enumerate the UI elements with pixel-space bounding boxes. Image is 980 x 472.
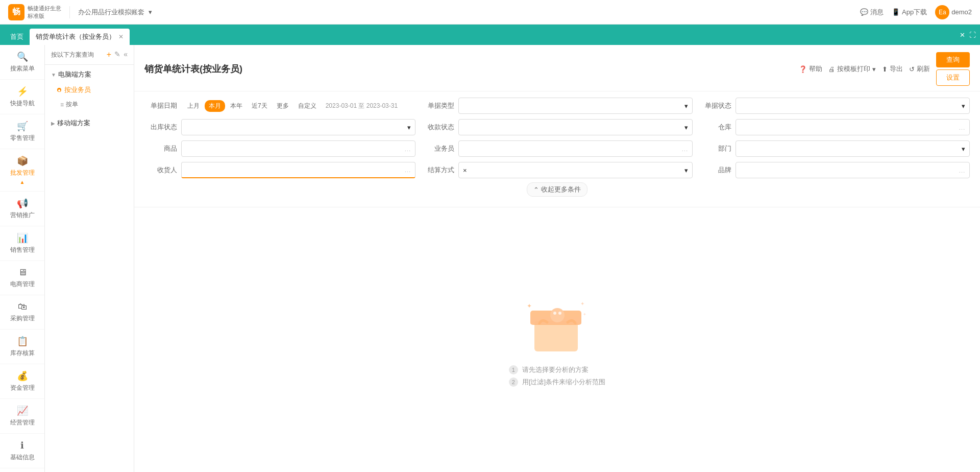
sub-icon: ≡ (60, 101, 64, 108)
out-status-label: 出库状态 (144, 123, 181, 132)
date-tab-more[interactable]: 更多 (273, 100, 293, 112)
settlement-field[interactable]: × ▾ (458, 162, 693, 178)
filter-doc-type: 单据类型 ▾ (422, 98, 693, 114)
download-icon: 📱 (892, 8, 900, 16)
doc-type-label: 单据类型 (422, 101, 458, 110)
sidebar-item-sales[interactable]: 📊 销售管理 (0, 226, 44, 261)
close-tab-icon[interactable]: ✕ (960, 31, 965, 39)
message-button[interactable]: 💬 消息 (860, 8, 884, 17)
date-tab-last-month[interactable]: 上月 (183, 100, 204, 112)
sidebar-item-system[interactable]: ⚙ 系统管理 (0, 468, 44, 472)
tab-close-icon[interactable]: ✕ (118, 33, 124, 40)
inventory-icon: 📋 (17, 336, 28, 347)
logo-area: 畅 畅捷通好生意 标准版 (8, 4, 61, 20)
out-status-field[interactable]: ▾ (181, 119, 415, 135)
collapse-bar: ⌃ 收起更多条件 (144, 178, 970, 201)
search-icon: 🔍 (17, 51, 28, 62)
help-button[interactable]: ❓ 帮助 (799, 64, 822, 74)
app-download-button[interactable]: 📱 App下载 (892, 8, 927, 17)
doc-status-label: 单据状态 (699, 101, 736, 110)
date-tab-custom[interactable]: 自定义 (294, 100, 321, 112)
date-tab-this-year[interactable]: 本年 (226, 100, 247, 112)
brand-label: 品牌 (699, 166, 736, 175)
empty-tip-1: 1 请先选择要分析的方案 (509, 365, 605, 374)
doc-type-field[interactable]: ▾ (458, 98, 693, 114)
sidebar-item-ecommerce[interactable]: 🖥 电商管理 (0, 261, 44, 295)
tab-sales-stat[interactable]: 销货单统计表（按业务员） ✕ (30, 29, 130, 45)
scheme-collapse-button[interactable]: « (124, 50, 128, 59)
filter-row-4: 收货人 … 结算方式 × ▾ (144, 162, 970, 178)
filter-salesman: 业务员 … (422, 140, 693, 157)
sidebar-item-marketing[interactable]: 📢 营销推广 (0, 192, 44, 226)
filter-receiver: 收货人 … (144, 162, 415, 178)
sidebar-item-search[interactable]: 🔍 搜索菜单 (0, 45, 44, 80)
tab-home[interactable]: 首页 (4, 29, 30, 45)
receiver-field[interactable]: … (181, 162, 415, 178)
sub-scheme-by-order[interactable]: ≡ 按单 (45, 98, 134, 111)
maximize-icon[interactable]: ⛶ (969, 31, 976, 39)
user-area[interactable]: Ea demo2 (935, 5, 972, 19)
scheme-group-mobile-title[interactable]: ▶ 移动端方案 (45, 115, 134, 131)
refresh-button[interactable]: ↺ 刷新 (909, 64, 930, 74)
avatar: Ea (935, 5, 949, 19)
page-title: 销货单统计表(按业务员) (144, 63, 242, 75)
export-button[interactable]: ⬆ 导出 (882, 64, 903, 74)
warehouse-field[interactable]: … (736, 119, 970, 135)
filter-row-3: 商品 … 业务员 … 部门 (144, 140, 970, 157)
filter-row-2: 出库状态 ▾ 收款状态 ▾ 仓库 (144, 119, 970, 135)
page-actions: ❓ 帮助 🖨 按模板打印 ▾ ⬆ 导出 ↺ 刷新 (799, 52, 970, 86)
empty-tips: 1 请先选择要分析的方案 2 用[过滤]条件来缩小分析范围 (509, 365, 605, 387)
finance-icon: 💰 (17, 370, 28, 382)
date-label: 单据日期 (144, 101, 181, 110)
sidebar-item-purchase[interactable]: 🛍 采购管理 (0, 295, 44, 329)
query-button[interactable]: 查询 (936, 52, 970, 67)
department-field[interactable]: ▾ (736, 140, 970, 157)
help-icon: ❓ (799, 65, 807, 73)
scheme-panel-header: 按以下方案查询 + ✎ « (45, 45, 134, 65)
filter-warehouse: 仓库 … (699, 119, 970, 135)
svg-point-5 (558, 312, 561, 315)
brand-field[interactable]: … (736, 162, 970, 178)
template-print-button[interactable]: 🖨 按模板打印 ▾ (828, 64, 876, 74)
sidebar-item-inventory[interactable]: 📋 库存核算 (0, 329, 44, 364)
scheme-edit-button[interactable]: ✎ (114, 50, 120, 59)
doc-status-chevron-icon: ▾ (962, 102, 965, 110)
scheme-group-mobile: ▶ 移动端方案 (45, 113, 134, 133)
empty-state: ✦ ✦ ✦ 1 请先选择要分析的方案 2 用[过滤]条件来缩小分析范围 (134, 207, 980, 472)
scheme-item-by-salesman[interactable]: ● 按业务员 (45, 82, 134, 98)
page-header: 销货单统计表(按业务员) ❓ 帮助 🖨 按模板打印 ▾ ⬆ 导出 (134, 45, 980, 91)
goods-field[interactable]: … (181, 140, 415, 157)
sidebar-item-basic[interactable]: ℹ 基础信息 (0, 434, 44, 468)
print-chevron-icon: ▾ (872, 65, 876, 73)
retail-icon: 🛒 (17, 121, 28, 132)
settlement-label: 结算方式 (422, 166, 458, 175)
receipt-status-label: 收款状态 (422, 123, 458, 132)
wholesale-icon: 📦 (17, 155, 28, 167)
message-icon: 💬 (860, 8, 868, 16)
sidebar-item-operation[interactable]: 📈 经营管理 (0, 399, 44, 434)
sidebar-item-shortcut[interactable]: ⚡ 快捷导航 (0, 80, 44, 114)
scheme-add-button[interactable]: + (107, 50, 111, 59)
tab-bar-tabs: 首页 销货单统计表（按业务员） ✕ (4, 25, 960, 45)
receiver-label: 收货人 (144, 166, 181, 175)
salesman-field[interactable]: … (458, 140, 693, 157)
scheme-panel-actions: + ✎ « (107, 50, 128, 59)
sidebar-item-finance[interactable]: 💰 资金管理 (0, 364, 44, 399)
filter-brand: 品牌 … (699, 162, 970, 178)
scheme-group-desktop-title[interactable]: ▼ 电脑端方案 (45, 67, 134, 82)
filter-settlement: 结算方式 × ▾ (422, 162, 693, 178)
receipt-status-field[interactable]: ▾ (458, 119, 693, 135)
date-tabs: 上月 本月 本年 近7天 更多 自定义 (183, 100, 321, 112)
sidebar-item-wholesale[interactable]: 📦 批发管理 ▲ (0, 149, 44, 192)
settings-button[interactable]: 设置 (936, 69, 970, 86)
filter-doc-status: 单据状态 ▾ (699, 98, 970, 114)
date-tab-7days[interactable]: 近7天 (248, 100, 272, 112)
date-tab-this-month[interactable]: 本月 (205, 100, 225, 112)
doc-status-field[interactable]: ▾ (736, 98, 970, 114)
salesman-dots-icon: … (681, 145, 688, 153)
sidebar-item-retail[interactable]: 🛒 零售管理 (0, 114, 44, 149)
print-icon: 🖨 (828, 65, 835, 73)
empty-tip-2: 2 用[过滤]条件来缩小分析范围 (509, 377, 605, 387)
collapse-button[interactable]: ⌃ 收起更多条件 (527, 182, 587, 197)
company-selector[interactable]: 办公用品行业模拟账套 ▾ (78, 8, 152, 17)
